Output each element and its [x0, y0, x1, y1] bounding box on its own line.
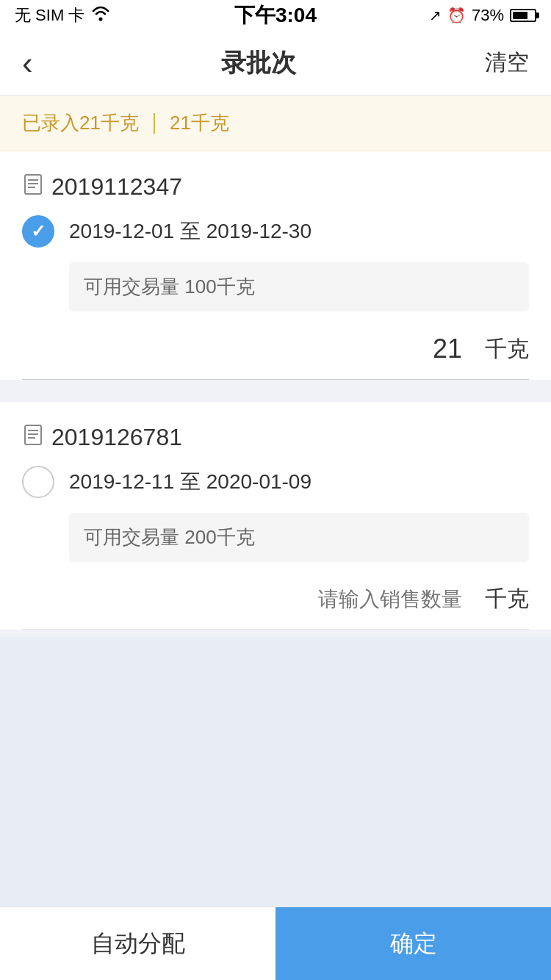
batch-date-1: 2019-12-01 至 2019-12-30 [69, 217, 311, 245]
page-title: 录批次 [221, 46, 296, 80]
quantity-input-1[interactable] [385, 334, 473, 364]
status-time: 下午3:04 [234, 1, 317, 29]
summary-divider [154, 113, 155, 134]
bottom-bar: 自动分配 确定 [0, 907, 551, 980]
separator-1 [0, 387, 551, 402]
batch-row-1: 2019-12-01 至 2019-12-30 [0, 208, 551, 255]
batch-doc-icon-2 [22, 424, 44, 451]
placeholder-underline-2 [22, 629, 529, 630]
auto-distribute-button[interactable]: 自动分配 [0, 907, 276, 980]
batch-row-2: 2019-12-11 至 2020-01-09 [0, 458, 551, 505]
batch-header-2: 2019126781 [0, 402, 551, 458]
location-icon: ↗ [429, 7, 442, 24]
quantity-unit-1: 千克 [485, 334, 529, 364]
nav-bar: ‹ 录批次 清空 [0, 31, 551, 96]
batch-card-2: 2019126781 2019-12-11 至 2020-01-09 可用交易量… [0, 402, 551, 630]
quantity-underline-1 [22, 379, 529, 380]
content-area: 2019112347 2019-12-01 至 2019-12-30 可用交易量… [0, 151, 551, 980]
battery-text: 73% [472, 6, 504, 25]
batch-doc-icon-1 [22, 173, 44, 201]
batch-checkbox-1[interactable] [22, 215, 54, 248]
batch-card-1: 2019112347 2019-12-01 至 2019-12-30 可用交易量… [0, 151, 551, 380]
summary-bar: 已录入21千克 21千克 [0, 96, 551, 151]
placeholder-row-2: 千克 [0, 569, 551, 629]
batch-available-1: 可用交易量 100千克 [69, 262, 529, 311]
batch-id-2: 2019126781 [51, 424, 182, 451]
recorded-text: 已录入21千克 [22, 110, 139, 136]
batch-date-2: 2019-12-11 至 2020-01-09 [69, 468, 311, 496]
quantity-unit-2: 千克 [485, 584, 529, 614]
quantity-input-2[interactable] [22, 588, 473, 611]
back-button[interactable]: ‹ [22, 45, 33, 82]
batch-header-1: 2019112347 [0, 151, 551, 208]
status-bar: 无 SIM 卡 下午3:04 ↗ ⏰ 73% [0, 0, 551, 31]
batch-available-2: 可用交易量 200千克 [69, 513, 529, 562]
confirm-button[interactable]: 确定 [276, 907, 551, 980]
batch-id-1: 2019112347 [51, 173, 182, 201]
status-left: 无 SIM 卡 [15, 4, 111, 26]
status-right: ↗ ⏰ 73% [429, 6, 536, 25]
batch-quantity-row-1: 千克 [0, 319, 551, 379]
svg-point-0 [99, 18, 103, 21]
wifi-icon [90, 5, 111, 26]
carrier-text: 无 SIM 卡 [15, 4, 84, 26]
clear-button[interactable]: 清空 [485, 48, 529, 78]
batch-checkbox-2[interactable] [22, 466, 54, 498]
battery-icon [510, 9, 536, 22]
alarm-icon: ⏰ [447, 7, 466, 24]
total-text: 21千克 [170, 110, 229, 136]
